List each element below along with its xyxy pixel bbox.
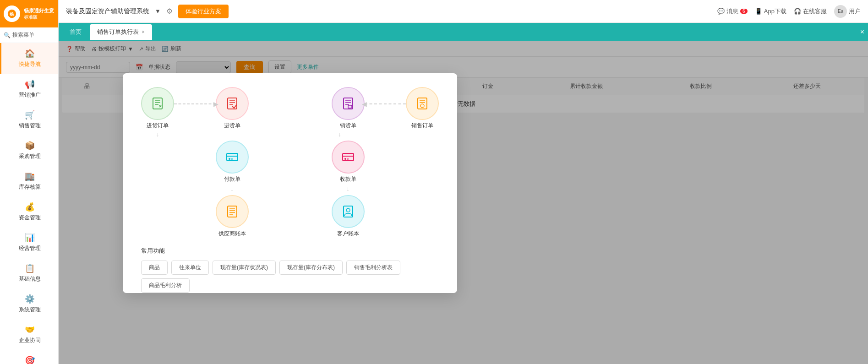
modal-overlay[interactable]: 进货订单 ▶ [59, 41, 868, 364]
sidebar-item-label: 营销推广 [19, 91, 41, 99]
sidebar-item-collab[interactable]: 🤝 企业协同 [0, 319, 58, 350]
search-label: 搜索菜单 [12, 31, 34, 39]
user-item[interactable]: Ea 用户 [834, 5, 861, 18]
func-btn-5[interactable]: 商品毛利分析 [141, 278, 190, 293]
message-icon: 💬 [717, 8, 725, 15]
settings-icon[interactable]: ⚙ [166, 7, 173, 16]
func-btn-4[interactable]: 销售毛利分析表 [346, 261, 400, 275]
sidebar-item-marketing[interactable]: 📢 营销推广 [0, 74, 58, 104]
receipt-label: 收款单 [340, 175, 356, 183]
sidebar-item-label: 快捷导航 [19, 60, 41, 68]
content-area: ❓ 帮助 🖨 按模板打印 ▼ ↗ 导出 🔄 刷新 [59, 41, 868, 364]
purchase-icon: 📦 [25, 141, 35, 151]
marketing-icon: 📢 [25, 79, 35, 89]
experience-btn[interactable]: 体验行业方案 [178, 5, 229, 18]
app-logo: 畅 畅康通好生意 标准版 [0, 0, 58, 27]
app-name: 畅康通好生意 [24, 7, 54, 14]
customer-ledger-label: 客户账本 [337, 230, 359, 238]
customer-ledger-circle [332, 195, 365, 228]
svg-point-21 [229, 158, 230, 160]
receipt-circle: ¥ [332, 141, 365, 174]
sidebar-item-label: 系统管理 [19, 306, 41, 314]
guide-icon: 🎯 [25, 355, 35, 364]
svg-text:¥: ¥ [346, 157, 349, 161]
func-btn-0[interactable]: 商品 [141, 261, 168, 275]
svg-rect-14 [348, 105, 352, 108]
sidebar-item-label: 资金管理 [19, 214, 41, 222]
sidebar-item-system[interactable]: ⚙️ 系统管理 [0, 288, 58, 319]
sale-bill-label: 销货单 [340, 122, 356, 130]
finance-icon: 💰 [25, 202, 35, 212]
sidebar-item-label: 经营管理 [19, 244, 41, 252]
flow-node-payment: ¥ 付款单 [216, 141, 249, 183]
sidebar-item-basic-info[interactable]: 📋 基础信息 [0, 258, 58, 288]
main-area: 装备及固定资产辅助管理系统 ▼ ⚙ 体验行业方案 💬 消息 6 📱 App下载 … [59, 0, 868, 364]
sidebar-item-label: 销售管理 [19, 122, 41, 130]
func-btn-1[interactable]: 往来单位 [171, 261, 209, 275]
flow-node-receipt: ¥ 收款单 [332, 141, 365, 183]
tabbar: 首页 销售订单执行表 × × [59, 23, 868, 41]
function-buttons: 商品往来单位现存量(库存状况表)现存量(库存分布表)销售毛利分析表商品毛利分析销… [141, 261, 439, 293]
basic-info-icon: 📋 [25, 263, 35, 273]
message-badge: 6 [740, 9, 748, 14]
operations-icon: 📊 [25, 233, 35, 243]
svg-rect-27 [228, 206, 237, 217]
system-icon: ⚙️ [25, 294, 35, 304]
sidebar-item-sales[interactable]: 🛒 销售管理 [0, 104, 58, 135]
flow-node-purchase-bill: 进货单 [216, 87, 249, 130]
sale-order-label: 销售订单 [411, 122, 433, 130]
svg-rect-32 [344, 206, 353, 217]
sidebar-item-quick-nav[interactable]: 🏠 快捷导航 [0, 43, 58, 74]
sidebar-menu: 📢 营销推广 🛒 销售管理 📦 采购管理 🏬 库存核算 💰 资金管理 📊 [0, 74, 58, 364]
svg-point-33 [346, 208, 350, 212]
system-dropdown[interactable]: ▼ [155, 8, 161, 15]
sales-icon: 🛒 [25, 110, 35, 120]
svg-rect-2 [153, 98, 162, 109]
purchase-order-label: 进货订单 [147, 122, 169, 130]
payment-circle: ¥ [216, 141, 249, 174]
flow-node-customer-ledger: 客户账本 [332, 195, 365, 238]
sidebar-item-purchase[interactable]: 📦 采购管理 [0, 135, 58, 166]
avatar: Ea [834, 5, 847, 18]
sidebar-item-label: 采购管理 [19, 152, 41, 160]
sidebar-search[interactable]: 🔍 搜索菜单 [0, 27, 58, 43]
purchase-bill-circle [216, 87, 249, 120]
flow-node-supplier-ledger: 供应商账本 [216, 195, 249, 238]
tab-home[interactable]: 首页 [62, 24, 89, 40]
func-btn-3[interactable]: 现存量(库存分布表) [279, 261, 343, 275]
message-label: 消息 [726, 7, 738, 16]
online-service-item[interactable]: 🎧 在线客服 [794, 7, 827, 16]
search-icon: 🔍 [4, 32, 11, 38]
user-name: 用户 [849, 7, 861, 16]
sidebar-item-inventory[interactable]: 🏬 库存核算 [0, 166, 58, 196]
app-download-item[interactable]: 📱 App下载 [755, 7, 786, 16]
svg-text:¥: ¥ [230, 157, 233, 161]
flow-node-purchase-order: 进货订单 [141, 87, 174, 130]
tabbar-close[interactable]: × [860, 28, 864, 36]
sidebar-item-label: 企业协同 [19, 337, 41, 344]
sidebar-item-guide[interactable]: 🎯 新手引导 [0, 350, 58, 364]
chevron-down-icon: ▼ [155, 8, 161, 15]
active-tab-label: 销售订单执行表 [97, 28, 139, 36]
topbar: 装备及固定资产辅助管理系统 ▼ ⚙ 体验行业方案 💬 消息 6 📱 App下载 … [59, 0, 868, 23]
tab-sales-order[interactable]: 销售订单执行表 × [90, 24, 152, 40]
tab-close-icon[interactable]: × [142, 29, 145, 35]
func-btn-2[interactable]: 现存量(库存状况表) [213, 261, 276, 275]
service-icon: 🎧 [794, 8, 801, 15]
collab-icon: 🤝 [25, 325, 35, 335]
sidebar-item-label: 库存核算 [19, 183, 41, 191]
sidebar-item-operations[interactable]: 📊 经营管理 [0, 227, 58, 258]
svg-text:畅: 畅 [10, 12, 14, 16]
sidebar-item-finance[interactable]: 💰 资金管理 [0, 196, 58, 227]
supplier-ledger-label: 供应商账本 [218, 230, 246, 238]
logo-icon: 畅 [4, 5, 20, 22]
flow-node-sale-order: 销售订单 [406, 87, 439, 130]
app-download-label: App下载 [764, 7, 786, 16]
modal-content: 进货订单 ▶ [123, 73, 457, 293]
common-functions-title: 常用功能 [141, 247, 439, 255]
sidebar-item-label: 基础信息 [19, 275, 41, 283]
home-icon: 🏠 [25, 49, 35, 59]
message-item[interactable]: 💬 消息 6 [717, 7, 748, 16]
online-service-label: 在线客服 [803, 7, 827, 16]
supplier-ledger-circle [216, 195, 249, 228]
